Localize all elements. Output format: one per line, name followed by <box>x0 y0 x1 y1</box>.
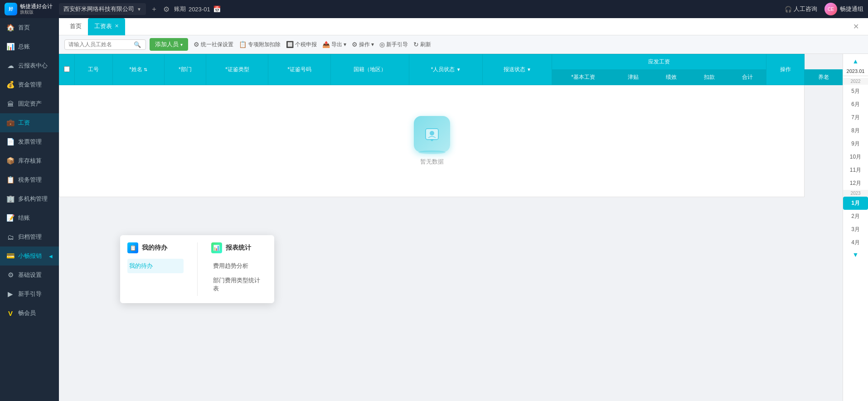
refresh-btn[interactable]: ↻ 刷新 <box>413 41 431 48</box>
cloud-icon: ☁ <box>6 62 15 70</box>
close-content-btn[interactable]: ✕ <box>849 22 863 31</box>
social-insurance-btn[interactable]: ⚙ 统一社保设置 <box>194 41 233 48</box>
dropdown-col1-header: 📋 我的待办 <box>127 242 184 253</box>
xiaochang-icon: 💳 <box>6 252 15 260</box>
th-person-status: *人员状态 ▼ <box>409 54 483 85</box>
dropdown-cols: 📋 我的待办 我的待办 📊 报表统计 <box>127 242 267 296</box>
sidebar-item-invoice[interactable]: 📄 发票管理 <box>0 132 59 151</box>
logo-icon: 好 <box>5 3 17 15</box>
user-avatar-area[interactable]: CE 畅捷通组 <box>824 3 863 15</box>
tab-home-label: 首页 <box>70 22 82 30</box>
operations-btn[interactable]: ⚙ 操作 ▾ <box>352 41 374 48</box>
guide-icon: ▶ <box>6 290 15 298</box>
month-2022-9[interactable]: 9月 <box>843 137 868 150</box>
search-input[interactable] <box>68 41 132 48</box>
dropdown-col2-header: 📊 报表统计 <box>211 242 267 253</box>
period-label: 账期 <box>174 5 186 13</box>
personal-tax-btn[interactable]: 🔲 个税申报 <box>286 41 317 48</box>
sidebar-item-inventory[interactable]: 📦 库存核算 <box>0 151 59 170</box>
month-2022-7[interactable]: 7月 <box>843 111 868 124</box>
month-2022-5[interactable]: 5月 <box>843 85 868 98</box>
multi-org-icon: 🏢 <box>6 195 15 203</box>
special-deduction-btn[interactable]: 📋 专项附加扣除 <box>239 41 281 48</box>
col1-icon: 📋 <box>127 242 138 253</box>
month-2023-4[interactable]: 4月 <box>843 236 868 249</box>
new-guide-action-btn[interactable]: ◎ 新手引导 <box>379 41 408 48</box>
sidebar-item-multi-org[interactable]: 🏢 多机构管理 <box>0 189 59 208</box>
operations-arrow-icon: ▾ <box>371 41 374 48</box>
member-icon: V <box>6 309 15 317</box>
sidebar-item-fixed-assets[interactable]: 🏛 固定资产 <box>0 94 59 113</box>
tab-home[interactable]: 首页 <box>63 18 88 35</box>
salary-table: 工号 *姓名 ⇅ *部门 *证鉴类型 *证鉴号码 国籍（地区） *人员状态 ▼ … <box>59 54 843 197</box>
add-person-btn[interactable]: 添加人员 ▾ <box>150 38 188 51</box>
sidebar-item-basic-settings[interactable]: ⚙ 基础设置 <box>0 266 59 285</box>
dropdown-dept-expense-item[interactable]: 部门费用类型统计表 <box>211 273 267 296</box>
month-2023-2[interactable]: 2月 <box>843 210 868 223</box>
sidebar-label-archive: 归档管理 <box>18 233 42 241</box>
user-service-btn[interactable]: 🎧 人工咨询 <box>785 5 817 13</box>
sidebar-label-new-guide: 新手引导 <box>18 290 42 298</box>
sidebar-item-home[interactable]: 🏠 首页 <box>0 18 59 37</box>
sidebar-item-new-guide[interactable]: ▶ 新手引导 <box>0 285 59 304</box>
dept-expense-label: 部门费用类型统计表 <box>213 277 260 292</box>
sidebar-item-member[interactable]: V 畅会员 <box>0 304 59 323</box>
special-deduction-icon: 📋 <box>239 41 247 48</box>
col2-icon: 📊 <box>211 242 222 253</box>
month-2022-11[interactable]: 11月 <box>843 164 868 177</box>
top-right: 🎧 人工咨询 CE 畅捷通组 <box>785 3 863 15</box>
sidebar-item-general-ledger[interactable]: 📊 总账 <box>0 37 59 56</box>
sidebar-item-closing[interactable]: 📝 结账 <box>0 208 59 227</box>
th-checkbox[interactable] <box>59 54 75 85</box>
month-2022-8[interactable]: 8月 <box>843 124 868 137</box>
settings-icon[interactable]: ⚙ <box>163 5 170 14</box>
export-btn[interactable]: 📤 导出 ▾ <box>322 41 346 48</box>
social-insurance-icon: ⚙ <box>194 41 199 48</box>
sidebar-label-home: 首页 <box>18 24 30 32</box>
top-bar: 好 畅捷通好会计 旗舰版 西安虾米网络科技有限公司 ▼ ＋ ⚙ 账期 2023-… <box>0 0 868 18</box>
dropdown-expense-trend-item[interactable]: 费用趋势分析 <box>211 259 267 273</box>
month-panel: ▲ 2023.01 2022 5月 6月 7月 8月 9月 10月 11月 12… <box>843 54 868 401</box>
table-month-wrapper: 工号 *姓名 ⇅ *部门 *证鉴类型 *证鉴号码 国籍（地区） *人员状态 ▼ … <box>59 54 868 401</box>
sidebar-item-salary[interactable]: 💼 工资 <box>0 113 59 132</box>
tab-bar: 首页 工资表 ✕ ✕ <box>59 18 868 35</box>
month-2023-3[interactable]: 3月 <box>843 223 868 236</box>
tab-salary-label: 工资表 <box>94 22 112 30</box>
settings-icon: ⚙ <box>6 271 15 279</box>
search-wrap: 🔍 <box>64 39 146 50</box>
select-all-checkbox[interactable] <box>64 66 70 72</box>
month-2022-6[interactable]: 6月 <box>843 98 868 111</box>
company-selector[interactable]: 西安虾米网络科技有限公司 ▼ <box>59 3 146 15</box>
table-container: 工号 *姓名 ⇅ *部门 *证鉴类型 *证鉴号码 国籍（地区） *人员状态 ▼ … <box>59 54 843 401</box>
tab-salary[interactable]: 工资表 ✕ <box>88 18 125 35</box>
sidebar-item-cloud-report[interactable]: ☁ 云报表中心 <box>0 56 59 75</box>
sidebar-item-tax[interactable]: 📋 税务管理 <box>0 170 59 189</box>
headset-icon: 🎧 <box>785 6 792 13</box>
sidebar-label-inventory: 库存核算 <box>18 157 42 165</box>
add-icon[interactable]: ＋ <box>150 5 158 14</box>
month-2023-1[interactable]: 1月 <box>843 197 868 210</box>
sidebar-label-general-ledger: 总账 <box>18 43 30 51</box>
home-icon: 🏠 <box>6 24 15 32</box>
refresh-label: 刷新 <box>420 41 431 48</box>
dropdown-col-my-todo: 📋 我的待办 我的待办 <box>127 242 184 296</box>
month-2022-10[interactable]: 10月 <box>843 150 868 164</box>
th-salary-due: 应发工资 <box>552 54 766 70</box>
my-todo-label: 我的待办 <box>129 262 153 269</box>
tab-close-icon[interactable]: ✕ <box>115 23 119 29</box>
calendar-icon[interactable]: 📅 <box>213 5 221 13</box>
sidebar-item-archive[interactable]: 🗂 归档管理 <box>0 227 59 246</box>
sidebar-item-fund-mgmt[interactable]: 💰 资金管理 <box>0 75 59 94</box>
sidebar-label-cloud-report: 云报表中心 <box>18 62 48 70</box>
month-nav-down[interactable]: ▼ <box>843 249 868 260</box>
service-label: 人工咨询 <box>794 5 817 13</box>
month-nav-up[interactable]: ▲ <box>843 56 868 67</box>
month-2022-12[interactable]: 12月 <box>843 177 868 190</box>
dropdown-my-todo-item[interactable]: 我的待办 <box>127 259 184 273</box>
th-total: 合计 <box>728 70 766 85</box>
inventory-icon: 📦 <box>6 157 15 165</box>
avatar-text: CE <box>828 7 834 12</box>
toolbar: 🔍 添加人员 ▾ ⚙ 统一社保设置 📋 专项附加扣除 🔲 个税申报 <box>59 35 868 54</box>
sidebar-item-xiaochang[interactable]: 💳 小畅报销 ◀ <box>0 246 59 266</box>
logo-area: 好 畅捷通好会计 旗舰版 <box>5 3 59 15</box>
